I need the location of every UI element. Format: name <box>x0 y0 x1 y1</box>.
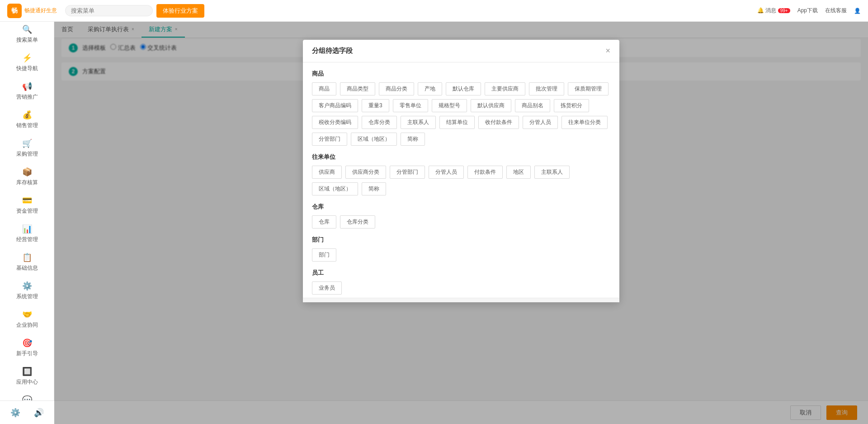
field-tag-结算单位[interactable]: 结算单位 <box>439 116 475 129</box>
nav-search-input[interactable] <box>65 5 153 16</box>
sidebar-label-库存核算: 库存核算 <box>16 179 38 186</box>
field-tag-商品[interactable]: 商品 <box>312 82 336 95</box>
field-tag-供应商[interactable]: 供应商 <box>312 166 342 179</box>
field-tag-仓库[interactable]: 仓库 <box>312 215 336 229</box>
sidebar-item-系统管理[interactable]: ⚙️ 系统管理 <box>0 276 54 305</box>
sidebar-label-新手引导: 新手引导 <box>16 350 38 357</box>
sidebar-item-经营管理[interactable]: 📊 经营管理 <box>0 219 54 248</box>
sidebar-item-采购管理[interactable]: 🛒 采购管理 <box>0 134 54 162</box>
field-tag-保质期管理[interactable]: 保质期管理 <box>568 82 609 95</box>
field-tag-分管部门[interactable]: 分管部门 <box>312 133 347 146</box>
user-avatar[interactable]: 👤 <box>854 8 861 14</box>
field-tag-客户商品编码[interactable]: 客户商品编码 <box>312 99 358 112</box>
top-nav: 畅 畅捷通好生意 体验行业方案 🔔 消息 99+ App下载 在线客服 👤 <box>0 0 868 22</box>
field-tag-区域（地区）[interactable]: 区域（地区） <box>351 133 397 146</box>
sidebar-icon-库存核算: 📦 <box>22 167 32 177</box>
section-label-employee: 员工 <box>312 269 610 277</box>
volume-icon[interactable]: 🔊 <box>34 408 44 418</box>
field-tag-商品别名[interactable]: 商品别名 <box>515 99 550 112</box>
section-partner: 往来单位供应商供应商分类分管部门分管人员付款条件地区主联系人区域（地区）简称 <box>312 153 610 195</box>
section-label-product: 商品 <box>312 70 610 78</box>
sidebar-label-经营管理: 经营管理 <box>16 236 38 243</box>
field-tag-部门[interactable]: 部门 <box>312 248 336 262</box>
section-label-partner: 往来单位 <box>312 153 610 161</box>
field-tag-税收分类编码[interactable]: 税收分类编码 <box>312 116 358 129</box>
settings-icon[interactable]: ⚙️ <box>10 408 20 418</box>
field-tag-主联系人[interactable]: 主联系人 <box>534 166 570 179</box>
section-department: 部门部门 <box>312 236 610 262</box>
notice-icon[interactable]: 🔔 消息 99+ <box>757 7 790 14</box>
experience-btn[interactable]: 体验行业方案 <box>156 4 204 18</box>
sidebar-item-销售管理[interactable]: 💰 销售管理 <box>0 105 54 134</box>
field-tag-默认供应商[interactable]: 默认供应商 <box>471 99 511 112</box>
field-tag-业务员[interactable]: 业务员 <box>312 281 342 295</box>
sidebar-item-快捷导航[interactable]: ⚡ 快捷导航 <box>0 48 54 77</box>
field-tag-主要供应商[interactable]: 主要供应商 <box>485 82 525 95</box>
modal-scroll-bar[interactable] <box>303 298 619 302</box>
field-tag-供应商分类[interactable]: 供应商分类 <box>345 166 386 179</box>
sidebar-icon-采购管理: 🛒 <box>22 138 32 148</box>
modal-overlay: 分组待选字段 × 商品商品商品类型商品分类产地默认仓库主要供应商批次管理保质期管… <box>54 22 868 419</box>
sidebar: 🔍 搜索菜单 ⚡ 快捷导航 📢 营销推广 💰 销售管理 🛒 采购管理 📦 库存核… <box>0 16 54 419</box>
logo-icon: 畅 <box>7 4 22 18</box>
field-tag-规格型号[interactable]: 规格型号 <box>432 99 467 112</box>
sidebar-icon-经营管理: 📊 <box>22 224 32 234</box>
field-tag-分管人员[interactable]: 分管人员 <box>523 116 558 129</box>
sidebar-icon-新手引导: 🎯 <box>22 338 32 348</box>
field-tag-付款条件[interactable]: 付款条件 <box>467 166 503 179</box>
sidebar-label-资金管理: 资金管理 <box>16 207 38 215</box>
field-tags-department: 部门 <box>312 248 610 262</box>
field-tag-产地[interactable]: 产地 <box>418 82 442 95</box>
field-tag-分管人员[interactable]: 分管人员 <box>429 166 464 179</box>
field-tag-仓库分类[interactable]: 仓库分类 <box>362 116 397 129</box>
sidebar-label-营销推广: 营销推广 <box>16 93 38 101</box>
sidebar-icon-系统管理: ⚙️ <box>22 281 32 291</box>
sidebar-item-库存核算[interactable]: 📦 库存核算 <box>0 162 54 191</box>
sidebar-label-企业协同: 企业协同 <box>16 321 38 329</box>
sidebar-item-搜索菜单[interactable]: 🔍 搜索菜单 <box>0 20 54 48</box>
sidebar-item-新手引导[interactable]: 🎯 新手引导 <box>0 333 54 362</box>
sidebar-label-基础信息: 基础信息 <box>16 264 38 272</box>
field-tag-往来单位分类[interactable]: 往来单位分类 <box>561 116 608 129</box>
field-tag-批次管理[interactable]: 批次管理 <box>529 82 564 95</box>
field-tag-商品分类[interactable]: 商品分类 <box>379 82 414 95</box>
field-tag-拣货积分[interactable]: 拣货积分 <box>554 99 589 112</box>
modal-header: 分组待选字段 × <box>303 40 619 62</box>
section-label-department: 部门 <box>312 236 610 244</box>
sidebar-item-资金管理[interactable]: 💳 资金管理 <box>0 191 54 219</box>
notice-badge: 99+ <box>778 8 790 13</box>
top-tabs <box>212 0 754 21</box>
field-tag-默认仓库[interactable]: 默认仓库 <box>446 82 481 95</box>
sidebar-item-应用中心[interactable]: 🔲 应用中心 <box>0 362 54 391</box>
field-tag-主联系人[interactable]: 主联系人 <box>401 116 436 129</box>
field-tag-区域（地区）[interactable]: 区域（地区） <box>312 182 358 195</box>
sidebar-item-企业协同[interactable]: 🤝 企业协同 <box>0 305 54 333</box>
field-tag-重量3[interactable]: 重量3 <box>362 99 389 112</box>
online-service[interactable]: 在线客服 <box>825 7 847 14</box>
field-tag-商品类型[interactable]: 商品类型 <box>340 82 375 95</box>
bottom-left-bar: ⚙️ 🔊 <box>0 400 54 419</box>
field-tag-分管部门[interactable]: 分管部门 <box>390 166 425 179</box>
modal-close-btn[interactable]: × <box>605 46 610 56</box>
logo-area: 畅 畅捷通好生意 <box>7 4 61 18</box>
app-download[interactable]: App下载 <box>797 7 818 14</box>
section-label-warehouse: 仓库 <box>312 203 610 211</box>
field-tag-仓库分类[interactable]: 仓库分类 <box>340 215 375 229</box>
sidebar-icon-营销推广: 📢 <box>22 81 32 91</box>
sidebar-icon-搜索菜单: 🔍 <box>22 24 32 34</box>
sidebar-icon-企业协同: 🤝 <box>22 310 32 319</box>
sidebar-item-基础信息[interactable]: 📋 基础信息 <box>0 248 54 276</box>
sidebar-icon-快捷导航: ⚡ <box>22 53 32 63</box>
field-tag-收付款条件[interactable]: 收付款条件 <box>478 116 519 129</box>
section-product: 商品商品商品类型商品分类产地默认仓库主要供应商批次管理保质期管理客户商品编码重量… <box>312 70 610 146</box>
field-tag-零售单位[interactable]: 零售单位 <box>393 99 428 112</box>
sidebar-label-销售管理: 销售管理 <box>16 122 38 129</box>
field-tag-地区[interactable]: 地区 <box>506 166 531 179</box>
top-right: 🔔 消息 99+ App下载 在线客服 👤 <box>757 7 861 14</box>
logo-text: 畅捷通好生意 <box>24 7 57 14</box>
sidebar-icon-应用中心: 🔲 <box>22 367 32 376</box>
notice-label: 消息 <box>765 7 776 14</box>
field-tag-简称[interactable]: 简称 <box>401 133 425 146</box>
field-tag-简称[interactable]: 简称 <box>362 182 386 195</box>
sidebar-item-营销推广[interactable]: 📢 营销推广 <box>0 77 54 105</box>
